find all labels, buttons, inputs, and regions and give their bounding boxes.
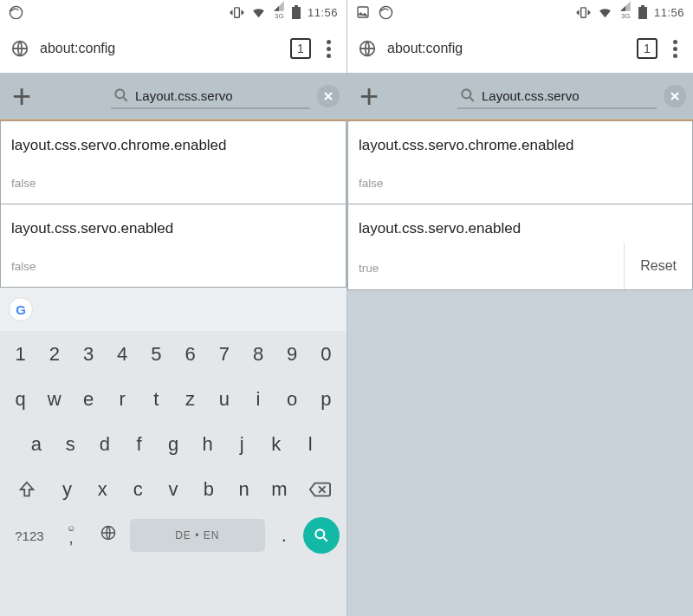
pref-value: false [1, 243, 346, 287]
key[interactable]: s [54, 426, 88, 463]
pref-list: layout.css.servo.chrome.enabled false la… [347, 121, 693, 290]
key[interactable]: q [3, 381, 37, 418]
pref-name: layout.css.servo.chrome.enabled [1, 121, 346, 159]
key[interactable]: j [224, 426, 259, 463]
key[interactable]: 8 [241, 336, 275, 373]
key[interactable]: v [156, 471, 191, 508]
search-icon [113, 87, 130, 104]
battery-icon [292, 5, 301, 19]
google-icon[interactable]: G [9, 297, 33, 321]
signal-label: 3G [275, 12, 284, 20]
config-search-bar: + [347, 73, 693, 121]
key[interactable]: r [106, 381, 139, 418]
key[interactable]: i [241, 381, 275, 418]
shift-key[interactable] [3, 471, 49, 508]
tab-count-button[interactable]: 1 [290, 38, 311, 59]
key[interactable]: m [262, 471, 297, 508]
key[interactable]: z [173, 381, 207, 418]
key[interactable]: l [294, 426, 328, 463]
search-icon [313, 527, 330, 544]
key[interactable]: 7 [207, 336, 241, 373]
space-key[interactable]: DE • EN [130, 519, 265, 552]
browser-toolbar: about:config 1 [347, 24, 693, 73]
backspace-key[interactable] [297, 471, 343, 508]
key[interactable]: 5 [139, 336, 173, 373]
key[interactable]: p [309, 381, 343, 418]
key[interactable]: f [122, 426, 157, 463]
key[interactable]: g [156, 426, 191, 463]
keyboard: 1 2 3 4 5 6 7 8 9 0 q w e r t z u i o p … [0, 331, 346, 616]
clock: 11:56 [308, 6, 338, 19]
tab-count-button[interactable]: 1 [637, 38, 657, 59]
key[interactable]: e [71, 381, 105, 418]
symbols-key[interactable]: ?123 [7, 522, 52, 550]
menu-button[interactable] [321, 36, 336, 62]
close-icon [322, 90, 334, 102]
key[interactable]: b [191, 471, 226, 508]
clear-search-button[interactable] [664, 85, 686, 107]
status-bar: 3G 11:56 [347, 0, 693, 24]
signal-icon [619, 0, 631, 12]
keyboard-row-numbers: 1 2 3 4 5 6 7 8 9 0 [3, 336, 343, 373]
search-input[interactable] [135, 88, 265, 103]
search-box [111, 83, 310, 109]
url-text[interactable]: about:config [387, 41, 626, 56]
svg-rect-2 [292, 7, 301, 19]
pref-item[interactable]: layout.css.servo.chrome.enabled false [347, 120, 693, 204]
key[interactable]: h [191, 426, 225, 463]
pref-name: layout.css.servo.enabled [1, 204, 346, 243]
browser-toolbar: about:config 1 [0, 24, 346, 73]
menu-button[interactable] [668, 36, 683, 62]
key[interactable]: d [87, 426, 122, 463]
key[interactable]: k [259, 426, 294, 463]
key[interactable]: 6 [173, 336, 207, 373]
screenshot-right: 3G 11:56 about:config 1 + layout.css.ser… [346, 0, 693, 616]
svg-point-5 [115, 89, 124, 98]
vibrate-icon [230, 5, 244, 20]
key[interactable]: 4 [106, 336, 139, 373]
key[interactable]: o [275, 381, 309, 418]
keyboard-row-1: q w e r t z u i o p [3, 381, 343, 418]
period-key[interactable]: . [269, 517, 300, 554]
clear-search-button[interactable] [317, 85, 340, 107]
svg-point-14 [462, 89, 470, 98]
language-key[interactable] [90, 517, 126, 554]
add-pref-button[interactable]: + [354, 80, 384, 113]
vibrate-icon [576, 5, 591, 20]
key[interactable]: u [207, 381, 241, 418]
firefox-icon [379, 5, 393, 20]
globe-icon [100, 524, 117, 541]
key[interactable]: t [139, 381, 173, 418]
key[interactable]: 9 [275, 336, 309, 373]
key[interactable]: c [120, 471, 156, 508]
key[interactable]: 0 [309, 336, 343, 373]
globe-icon [10, 39, 29, 58]
key[interactable]: 3 [71, 336, 105, 373]
search-input[interactable] [482, 88, 612, 103]
wifi-icon [598, 5, 612, 20]
url-text[interactable]: about:config [40, 41, 280, 56]
signal-label: 3G [621, 12, 631, 20]
search-box [457, 83, 657, 109]
keyboard-suggestion-bar: G [0, 288, 346, 331]
pref-item[interactable]: layout.css.servo.chrome.enabled false [0, 120, 346, 204]
key[interactable]: x [85, 471, 120, 508]
key[interactable]: y [49, 471, 85, 508]
svg-rect-12 [641, 5, 644, 7]
battery-icon [638, 5, 647, 19]
config-search-bar: + [0, 73, 346, 121]
emoji-key[interactable]: ☺ , [55, 516, 87, 554]
enter-key[interactable] [303, 517, 340, 554]
pref-item[interactable]: layout.css.servo.enabled false [0, 204, 346, 288]
pref-item[interactable]: layout.css.servo.enabled true Reset [347, 204, 693, 290]
key[interactable]: 1 [3, 336, 37, 373]
key[interactable]: a [19, 426, 54, 463]
key[interactable]: w [37, 381, 71, 418]
svg-rect-1 [235, 7, 240, 16]
add-pref-button[interactable]: + [7, 80, 36, 113]
clock: 11:56 [654, 6, 684, 19]
key[interactable]: 2 [37, 336, 71, 373]
key[interactable]: n [226, 471, 262, 508]
pref-name: layout.css.servo.chrome.enabled [348, 121, 692, 159]
reset-button[interactable]: Reset [624, 243, 692, 289]
